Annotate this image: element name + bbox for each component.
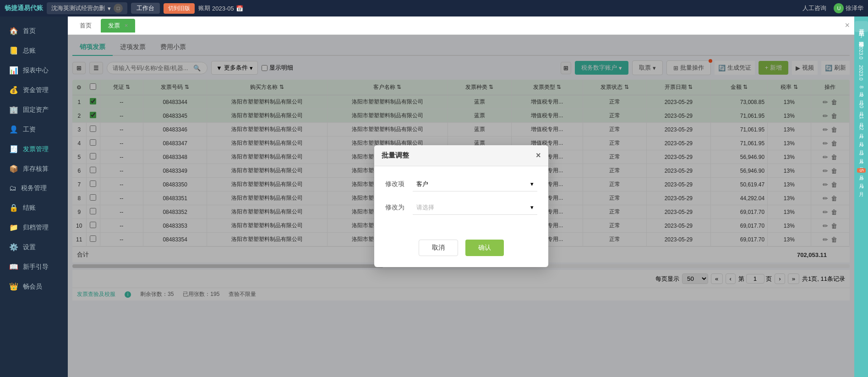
sidebar-label-guide: 新手引导 [23, 263, 49, 271]
dialog-confirm-button[interactable]: 确认 [465, 240, 504, 256]
tab-invoice[interactable]: 发票 × [101, 19, 135, 33]
funds-icon: 💰 [9, 86, 18, 94]
calendar-icon[interactable]: 📅 [236, 5, 243, 12]
home-icon: 🏠 [9, 27, 18, 35]
sidebar-label-tax: 税务管理 [21, 184, 47, 192]
app-logo: 畅捷通易代账 [5, 4, 43, 12]
inventory-icon: 📦 [9, 164, 18, 173]
dialog-modify-to-chevron-icon: ▾ [530, 204, 534, 211]
topbar: 畅捷通易代账 沈海英测试经营勿删 ▾ □ 工作台 切到旧版 账期 2023-05… [0, 0, 868, 16]
topbar-controls: 切到旧版 账期 2023-05 📅 [164, 3, 243, 14]
user-name[interactable]: U 徐泽华 [834, 3, 863, 13]
right-month-6[interactable]: 6月 [857, 176, 866, 181]
report-icon: 📊 [9, 66, 18, 75]
main-content: 首页 发票 × × 销项发票 进项发票 费用小票 ⊞ ☰ 🔍 [68, 16, 854, 377]
right-month-3[interactable]: 3月 [857, 152, 866, 156]
company-name: 沈海英测试经营勿删 [51, 4, 105, 12]
right-month-11[interactable]: 11月 [857, 113, 866, 120]
sidebar-item-archive[interactable]: 📁 归档管理 [0, 218, 68, 237]
top-tabs: 工作台 [131, 3, 160, 14]
dialog-footer: 取消 确认 [374, 235, 548, 267]
sidebar-item-funds[interactable]: 💰 资金管理 [0, 80, 68, 100]
sidebar-item-assets[interactable]: 🏢 固定资产 [0, 100, 68, 120]
main-tab-bar: 首页 发票 × × [68, 16, 854, 35]
right-month-12[interactable]: 12月 [857, 124, 866, 131]
workbench-tab[interactable]: 工作台 [131, 3, 160, 14]
sidebar-item-settings[interactable]: ⚙️ 设置 [0, 237, 68, 257]
topbar-left: 畅捷通易代账 沈海英测试经营勿删 ▾ □ 工作台 切到旧版 账期 2023-05… [5, 2, 243, 14]
batch-adjust-dialog: 批量调整 × 修改项 客户 ▾ 修改为 [374, 145, 548, 267]
right-month-10[interactable]: 10月 [857, 102, 866, 109]
sidebar-item-payroll[interactable]: 👤 工资 [0, 120, 68, 139]
archive-icon: 📁 [9, 223, 18, 232]
right-panel: 开票助手 期间选择 2023.0 2023.0 8月 9月 10月 11月 12… [854, 16, 868, 377]
dialog-cancel-button[interactable]: 取消 [419, 240, 458, 256]
tab-invoice-label: 发票 [108, 22, 120, 29]
right-month-2[interactable]: 2月 [857, 143, 866, 148]
member-icon: 👑 [9, 282, 18, 291]
dialog-header: 批量调整 × [374, 145, 548, 166]
tab-home[interactable]: 首页 [72, 19, 99, 33]
dialog-modify-field-value: 客户 [416, 180, 428, 188]
sidebar-label-invoice: 发票管理 [23, 145, 49, 153]
company-icon: □ [114, 4, 123, 13]
topbar-right: 人工咨询 U 徐泽华 [802, 3, 863, 13]
cut-version-button[interactable]: 切到旧版 [164, 3, 195, 14]
close-period-icon: 🔒 [9, 203, 18, 212]
dialog-modify-field-select[interactable]: 客户 ▾ [413, 177, 537, 191]
right-month-4[interactable]: 4月 [857, 160, 866, 164]
sidebar-item-inventory[interactable]: 📦 库存核算 [0, 159, 68, 179]
sidebar-item-close[interactable]: 🔒 结账 [0, 198, 68, 218]
period-value: 2023-05 [212, 5, 234, 12]
sidebar-item-invoice[interactable]: 🧾 发票管理 [0, 139, 68, 159]
sidebar-label-member: 畅会员 [23, 283, 42, 291]
ledger-icon: 📒 [9, 46, 18, 55]
sidebar-item-guide[interactable]: 📖 新手引导 [0, 257, 68, 277]
sidebar-label-assets: 固定资产 [23, 106, 49, 114]
company-selector[interactable]: 沈海英测试经营勿删 ▾ □ [47, 2, 127, 14]
sidebar-item-tax[interactable]: 🗂 税务管理 [0, 179, 68, 198]
dialog-modify-field-label: 修改项 [385, 180, 413, 188]
support-link[interactable]: 人工咨询 [802, 4, 826, 12]
dialog-modify-to-row: 修改为 请选择 ▾ [385, 201, 537, 215]
payroll-icon: 👤 [9, 125, 18, 134]
sidebar-item-home[interactable]: 🏠 首页 [0, 21, 68, 41]
right-month-1[interactable]: 1月 [857, 135, 866, 139]
sidebar-item-ledger[interactable]: 📒 总账 [0, 41, 68, 60]
dialog-title: 批量调整 [382, 151, 409, 160]
right-month-8[interactable]: 8月 [857, 85, 866, 89]
dialog-close-button[interactable]: × [536, 151, 541, 160]
assets-icon: 🏢 [9, 105, 18, 114]
company-dropdown-icon: ▾ [108, 5, 111, 12]
period-label: 账期 [198, 4, 210, 12]
sidebar-label-home: 首页 [23, 27, 36, 35]
tab-invoice-close[interactable]: × [125, 22, 128, 29]
sidebar-item-report[interactable]: 📊 报表中心 [0, 60, 68, 80]
dialog-modify-field-row: 修改项 客户 ▾ [385, 177, 537, 191]
sidebar: 🏠 首页 📒 总账 📊 报表中心 💰 资金管理 🏢 固定资产 👤 工资 🧾 发票… [0, 16, 68, 377]
right-month-5-active[interactable]: 5月 [857, 168, 866, 173]
dialog-modify-field-chevron-icon: ▾ [530, 180, 534, 187]
dialog-overlay: 批量调整 × 修改项 客户 ▾ 修改为 [68, 35, 854, 377]
sidebar-label-close: 结账 [23, 204, 36, 212]
sidebar-label-settings: 设置 [23, 243, 36, 251]
user-label: 徐泽华 [846, 5, 863, 11]
right-year-1[interactable]: 2023.0 [857, 43, 865, 60]
guide-icon: 📖 [9, 262, 18, 271]
layout: 🏠 首页 📒 总账 📊 报表中心 💰 资金管理 🏢 固定资产 👤 工资 🧾 发票… [0, 16, 868, 377]
period-select-label: 期间选择 [856, 36, 867, 39]
sidebar-label-report: 报表中心 [23, 66, 49, 75]
tax-icon: 🗂 [9, 184, 16, 192]
dialog-modify-to-select[interactable]: 请选择 ▾ [413, 201, 537, 215]
sidebar-item-member[interactable]: 👑 畅会员 [0, 277, 68, 296]
sidebar-label-inventory: 库存核算 [23, 165, 49, 173]
open-ticket-assistant-button[interactable]: 开票助手 [855, 21, 868, 32]
close-icon[interactable]: × [845, 21, 850, 30]
right-year-2[interactable]: 2023.0 [857, 64, 865, 82]
right-month-7[interactable]: 7月 [857, 185, 866, 189]
sidebar-label-payroll: 工资 [23, 126, 36, 134]
page-content: 销项发票 进项发票 费用小票 ⊞ ☰ 🔍 ▼ 更多条件 ▾ [68, 35, 854, 377]
invoice-icon: 🧾 [9, 145, 18, 153]
right-month-9[interactable]: 9月 [857, 93, 866, 98]
dialog-body: 修改项 客户 ▾ 修改为 请选择 ▾ [374, 166, 548, 235]
